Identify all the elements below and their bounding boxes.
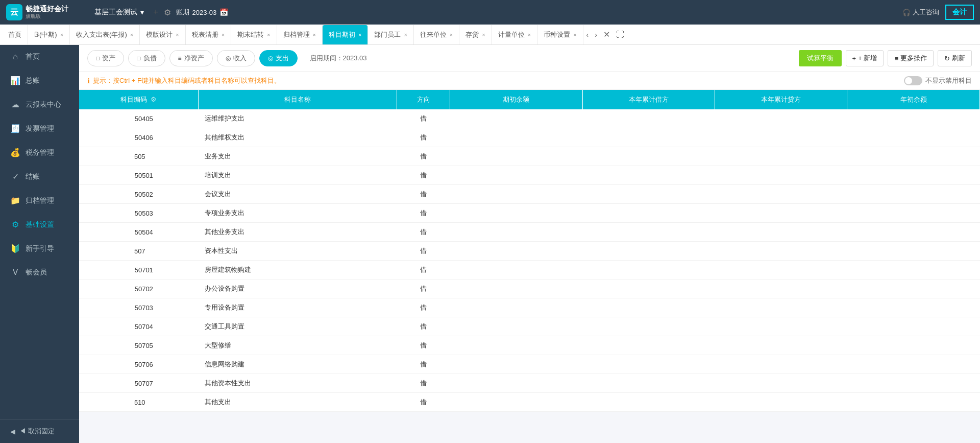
settings-icon[interactable]: ⚙: [164, 8, 171, 17]
main-content: □ 资产 □ 负债 ≡ 净资产 ◎ 收入 ◎ 支出 启用期间：2023.03 试…: [79, 45, 980, 443]
tab-inventory[interactable]: 存货 ×: [459, 25, 492, 44]
sub-tab-liability[interactable]: □ 负债: [128, 50, 165, 66]
sub-tab-asset[interactable]: □ 资产: [87, 50, 124, 66]
period-area: 账期 2023-03 📅: [176, 8, 897, 17]
table-row[interactable]: 50707其他资本性支出借: [79, 374, 980, 393]
table-row[interactable]: 50502会议支出借: [79, 185, 980, 204]
tab-archive[interactable]: 归档管理 ×: [277, 25, 323, 44]
sub-tab-label: 负债: [143, 54, 157, 63]
close-icon[interactable]: ×: [358, 32, 361, 38]
tab-prev-button[interactable]: ‹: [583, 31, 592, 39]
table-row[interactable]: 50701房屋建筑物购建借: [79, 261, 980, 279]
toggle-switch[interactable]: [904, 76, 922, 85]
cell-ytd-debit: [582, 109, 715, 128]
balance-button[interactable]: 试算平衡: [799, 50, 842, 66]
tab-middle-period[interactable]: 𝔹(中期) ×: [28, 25, 70, 44]
table-row[interactable]: 50406其他维权支出借: [79, 128, 980, 147]
tab-counterpart[interactable]: 往来单位 ×: [414, 25, 459, 44]
sidebar-item-label: 结账: [26, 172, 40, 181]
sidebar-item-invoice[interactable]: 🧾 发票管理: [0, 116, 79, 141]
table-row[interactable]: 50706信息网络购建借: [79, 355, 980, 374]
sidebar-item-archive[interactable]: 📁 归档管理: [0, 189, 79, 213]
support-button[interactable]: 🎧 人工咨询: [902, 8, 939, 17]
cell-name: 大型修缮: [199, 336, 397, 355]
tab-label: 科目期初: [329, 30, 355, 39]
close-icon[interactable]: ×: [313, 32, 316, 38]
sidebar-item-vip[interactable]: V 畅会员: [0, 261, 79, 284]
close-icon[interactable]: ×: [60, 32, 63, 38]
tab-tax[interactable]: 税表清册 ×: [186, 25, 231, 44]
tab-unit[interactable]: 计量单位 ×: [492, 25, 537, 44]
cell-direction: 借: [397, 242, 450, 261]
close-icon[interactable]: ×: [267, 32, 270, 38]
cell-initial-balance: [450, 204, 582, 223]
sidebar-collapse-button[interactable]: ◀ ◀ 取消固定: [0, 419, 79, 443]
cell-name: 业务支出: [199, 147, 397, 166]
cell-ytd-credit: [715, 109, 847, 128]
table-row[interactable]: 50504其他业务支出借: [79, 223, 980, 242]
tab-close-all-button[interactable]: ✕: [600, 30, 613, 39]
collapse-icon: ◀: [10, 428, 15, 435]
table-row[interactable]: 50405运维维护支出借: [79, 109, 980, 128]
account-button[interactable]: 会计: [945, 5, 974, 20]
tab-currency[interactable]: 币种设置 ×: [537, 25, 583, 44]
headset-icon: 🎧: [902, 9, 911, 16]
cell-name: 其他支出: [199, 393, 397, 412]
add-tab-button[interactable]: +: [153, 7, 159, 18]
disable-toggle[interactable]: 不显示禁用科目: [904, 76, 972, 85]
calendar-icon[interactable]: 📅: [219, 8, 228, 16]
cell-ytd-debit: [582, 317, 715, 336]
table-row[interactable]: 50503专项业务支出借: [79, 204, 980, 223]
company-selector[interactable]: 基层工会测试 ▾: [90, 6, 148, 19]
close-icon[interactable]: ×: [404, 32, 407, 38]
close-icon[interactable]: ×: [222, 32, 225, 38]
table-row[interactable]: 50702办公设备购置借: [79, 279, 980, 298]
sidebar-item-guide[interactable]: 🔰 新手引导: [0, 237, 79, 261]
tab-period-end[interactable]: 期末结转 ×: [231, 25, 277, 44]
tab-home[interactable]: 首页: [2, 25, 28, 44]
tab-template[interactable]: 模版设计 ×: [140, 25, 185, 44]
tab-next-button[interactable]: ›: [592, 31, 600, 39]
refresh-icon: ↻: [944, 55, 950, 62]
refresh-button[interactable]: ↻ 刷新: [938, 50, 972, 66]
close-icon[interactable]: ×: [482, 32, 485, 38]
sub-tab-net-asset[interactable]: ≡ 净资产: [169, 50, 213, 66]
archive-icon: 📁: [10, 196, 20, 205]
col-ytd-debit: 本年累计借方: [582, 90, 715, 109]
close-icon[interactable]: ×: [130, 32, 133, 38]
sub-tab-income[interactable]: ◎ 收入: [217, 50, 255, 66]
table-row[interactable]: 50705大型修缮借: [79, 336, 980, 355]
table-row[interactable]: 505业务支出借: [79, 147, 980, 166]
table-row[interactable]: 507资本性支出借: [79, 242, 980, 261]
cell-initial-balance: [450, 109, 582, 128]
table-row[interactable]: 510其他支出借: [79, 393, 980, 412]
close-icon[interactable]: ×: [573, 32, 576, 38]
cell-year-initial: [847, 261, 980, 279]
tab-subject-initial[interactable]: 科目期初 ×: [323, 25, 368, 44]
sidebar-item-settings[interactable]: ⚙ 基础设置: [0, 213, 79, 237]
cell-direction: 借: [397, 261, 450, 279]
more-button[interactable]: ≡ 更多操作: [888, 50, 934, 66]
tab-expand-button[interactable]: ⛶: [613, 30, 627, 39]
column-settings-icon[interactable]: ⚙: [151, 96, 157, 103]
cell-direction: 借: [397, 355, 450, 374]
cell-name: 其他资本性支出: [199, 374, 397, 393]
sidebar-item-checkout[interactable]: ✓ 结账: [0, 165, 79, 189]
sidebar-item-tax[interactable]: 💰 税务管理: [0, 141, 79, 165]
add-button[interactable]: + + 新增: [846, 50, 884, 66]
cell-direction: 借: [397, 147, 450, 166]
tab-label: 币种设置: [544, 30, 570, 39]
close-icon[interactable]: ×: [450, 32, 453, 38]
sidebar-item-home[interactable]: ⌂ 首页: [0, 45, 79, 68]
income-icon: ◎: [226, 55, 231, 62]
table-row[interactable]: 50703专用设备购置借: [79, 298, 980, 317]
tab-department[interactable]: 部门员工 ×: [368, 25, 413, 44]
sub-tab-expense[interactable]: ◎ 支出: [259, 50, 298, 66]
close-icon[interactable]: ×: [528, 32, 531, 38]
close-icon[interactable]: ×: [176, 32, 179, 38]
tab-income-expense[interactable]: 收入支出表(年报) ×: [70, 25, 140, 44]
table-row[interactable]: 50704交通工具购置借: [79, 317, 980, 336]
sidebar-item-ledger[interactable]: 📊 总账: [0, 68, 79, 92]
table-row[interactable]: 50501培训支出借: [79, 166, 980, 185]
sidebar-item-report[interactable]: ☁ 云报表中心: [0, 92, 79, 116]
